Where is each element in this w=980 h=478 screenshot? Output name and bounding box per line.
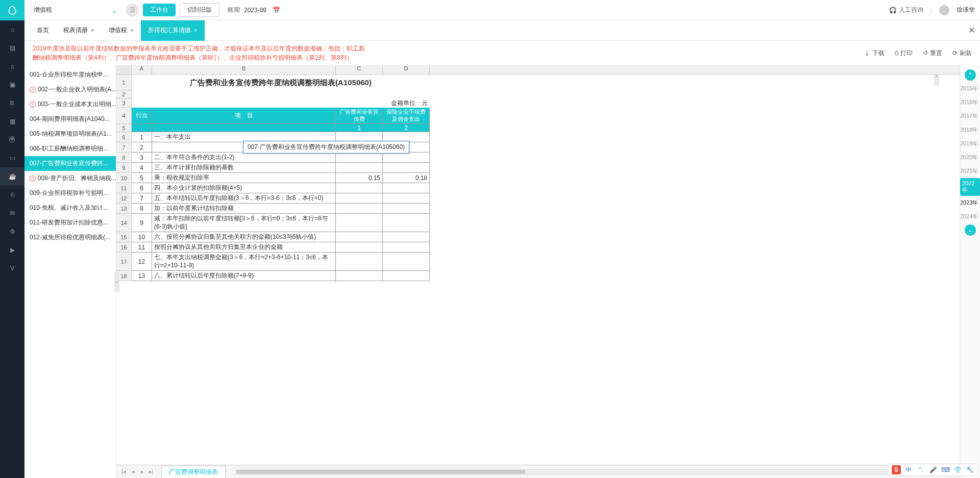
row-header[interactable]: 3 [116, 98, 132, 108]
cell[interactable] [383, 232, 430, 242]
cell[interactable]: 广告费和业务宣传费跨年度纳税调整明细表(A105060) [132, 75, 430, 90]
workbench-button[interactable]: 工作台 [143, 4, 176, 16]
cell[interactable] [336, 214, 383, 232]
cell[interactable]: 二、本年符合条件的支出(1-2) [152, 153, 336, 163]
ime-toolbar[interactable]: S 中 °, 🎤 ⌨ 👕 🔧 [888, 464, 978, 476]
ime-keyboard-icon[interactable]: ⌨ [941, 465, 950, 474]
scroll-thumb[interactable] [236, 470, 525, 474]
tab-1[interactable]: 税表清册× [56, 20, 102, 41]
horizontal-scrollbar[interactable] [236, 469, 960, 475]
nav-inbox-icon[interactable]: ✉ [0, 204, 24, 222]
cell[interactable]: 2 [132, 142, 152, 153]
row-header[interactable]: 11 [116, 183, 132, 193]
download-button[interactable]: ⭳下载 [864, 49, 885, 58]
form-item-7[interactable]: !008-资产折旧、摊销及纳税... [24, 171, 116, 186]
cell[interactable]: 三、本年计算扣除限额的基数 [152, 163, 336, 173]
row-header[interactable]: 16 [116, 242, 132, 253]
cell[interactable] [383, 253, 430, 271]
module-dropdown[interactable]: 增值税 ⌄ [30, 6, 121, 14]
cell[interactable] [383, 271, 430, 281]
row-header[interactable]: 6 [116, 132, 132, 142]
form-item-5[interactable]: 006-职工薪酬纳税调整明细... [24, 141, 116, 156]
year-2022年[interactable]: 2022年 [960, 178, 980, 196]
col-header-d[interactable]: D [383, 65, 430, 74]
year-2015年[interactable]: 2015年 [960, 82, 980, 95]
sheet-next-icon[interactable]: ▸ [138, 469, 146, 474]
year-2019年[interactable]: 2019年 [960, 137, 980, 150]
cell[interactable]: 1 [132, 132, 152, 142]
nav-home-icon[interactable]: ⌂ [0, 20, 24, 39]
cell[interactable]: 七、本年支出纳税调整金额(3＞6，本行=2+3-6+10-11；3≤6，本行=2… [152, 253, 336, 271]
cell[interactable] [336, 163, 383, 173]
cell[interactable]: 9 [132, 214, 152, 232]
nav-doc-icon[interactable]: ▤ [0, 39, 24, 57]
close-all-tabs-icon[interactable]: ✕ [968, 26, 975, 35]
reset-button[interactable]: ↺重置 [923, 49, 942, 58]
cell[interactable]: 12 [132, 253, 152, 271]
year-2021年[interactable]: 2021年 [960, 164, 980, 178]
row-header[interactable]: 14 [116, 214, 132, 232]
cell[interactable]: 保险企业手续费及佣金支出 [383, 108, 430, 124]
close-icon[interactable]: × [91, 27, 94, 34]
consult-link[interactable]: 🎧人工咨询 [889, 6, 923, 14]
nav-stamp-icon[interactable]: 〶 [0, 131, 24, 149]
nav-archive-icon[interactable]: ⎗ [0, 186, 24, 204]
sheet-prev-icon[interactable]: ◂ [129, 469, 137, 474]
cell[interactable] [336, 253, 383, 271]
cell[interactable] [336, 193, 383, 204]
cell[interactable]: 2 [383, 124, 430, 132]
cell[interactable]: 五、本年结转以后年度扣除额(3＞6，本行=3-6；3≤6，本行=0) [152, 193, 336, 204]
cell[interactable]: 5 [132, 173, 152, 183]
form-item-1[interactable]: !002-一般企业收入明细表(A... [24, 82, 116, 97]
cell[interactable] [132, 90, 430, 98]
row-header[interactable]: 7 [116, 142, 132, 153]
cell[interactable]: 10 [132, 232, 152, 242]
avatar[interactable] [939, 5, 949, 15]
app-logo[interactable] [0, 0, 24, 20]
cell[interactable]: 四、本企业计算的扣除限额(4×5) [152, 183, 336, 193]
year-down-button[interactable]: ⌄ [965, 224, 976, 236]
switch-old-button[interactable]: 切到旧版 [180, 3, 219, 17]
sheet-last-icon[interactable]: ▸| [147, 469, 155, 474]
form-item-10[interactable]: 011-研发费用加计扣除优惠... [24, 215, 116, 230]
row-header[interactable]: 2 [116, 90, 132, 98]
list-toggle-button[interactable]: ☰ [126, 4, 139, 17]
col-header-c[interactable]: C [336, 65, 383, 74]
close-icon[interactable]: × [194, 27, 198, 34]
cell[interactable]: 行次 [132, 108, 152, 124]
cell[interactable]: 11 [132, 242, 152, 253]
ime-tool-icon[interactable]: 🔧 [965, 465, 974, 474]
cell[interactable]: 3 [132, 153, 152, 163]
form-item-3[interactable]: 004-期间费用明细表(A1040... [24, 112, 116, 127]
tab-0[interactable]: 首页 [30, 20, 56, 41]
form-item-2[interactable]: !003-一般企业成本支出明细... [24, 97, 116, 112]
nav-calc-icon[interactable]: ▭ [0, 149, 24, 167]
cell[interactable]: 金额单位：元 [132, 98, 430, 108]
cell[interactable]: 减：本年扣除的以前年度结转额[3＞6，本行=0；3≤6，本行=8与(6-3)孰小… [152, 214, 336, 232]
form-item-11[interactable]: 012-减免所得税优惠明细表(... [24, 230, 116, 245]
row-header[interactable]: 5 [116, 124, 132, 132]
row-header[interactable]: 13 [116, 204, 132, 214]
ime-zh-icon[interactable]: 中 [904, 465, 913, 474]
cell[interactable] [336, 232, 383, 242]
corner-cell[interactable] [116, 65, 132, 74]
cell[interactable]: 0.15 [336, 173, 383, 183]
row-header[interactable]: 10 [116, 173, 132, 183]
nav-settings-icon[interactable]: ⚙ [0, 222, 24, 241]
close-icon[interactable]: × [130, 27, 134, 34]
year-2020年[interactable]: 2020年 [960, 150, 980, 164]
cell[interactable]: 4 [132, 163, 152, 173]
cell[interactable] [383, 214, 430, 232]
sheet-tab[interactable]: 广宣费调整明细表 [161, 466, 226, 478]
collapse-handle[interactable]: ‹ [114, 272, 119, 292]
cell[interactable]: 0.18 [383, 173, 430, 183]
cell[interactable] [383, 163, 430, 173]
nav-tax-icon[interactable]: ☕ [0, 167, 24, 186]
sheet-first-icon[interactable]: |◂ [119, 469, 128, 474]
nav-report-icon[interactable]: ▦ [0, 112, 24, 131]
cell[interactable] [132, 124, 152, 132]
refresh-button[interactable]: ⟳刷新 [952, 49, 972, 58]
cell[interactable] [336, 183, 383, 193]
ime-s-icon[interactable]: S [892, 465, 901, 474]
calendar-icon[interactable]: 📅 [273, 7, 280, 14]
